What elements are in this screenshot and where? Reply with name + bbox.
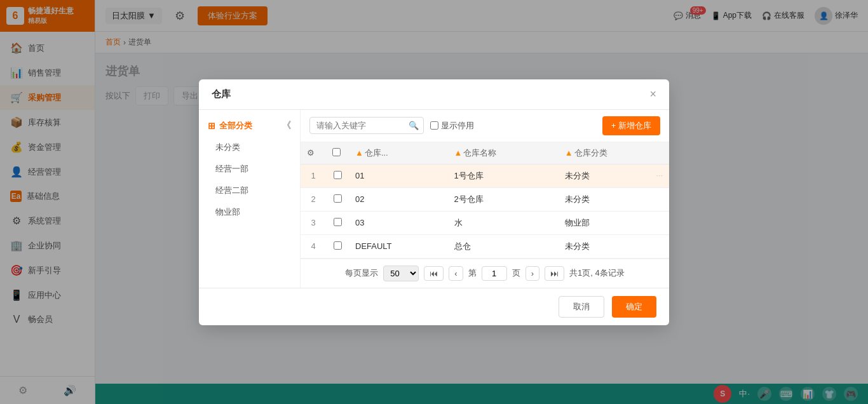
table-row[interactable]: 3 03 水 物业部	[301, 211, 669, 234]
row-code: 02	[349, 187, 448, 211]
row-code: 01	[349, 164, 448, 187]
table-area: 🔍 显示停用 + 新增仓库 ⚙	[301, 110, 669, 288]
table-toolbar: 🔍 显示停用 + 新增仓库	[301, 110, 669, 142]
row-category: 未分类···	[559, 164, 669, 187]
row-checkbox[interactable]	[334, 194, 342, 203]
row-category: 物业部	[559, 211, 669, 234]
row-num: 3	[301, 211, 326, 234]
table-row[interactable]: 1 01 1号仓库 未分类···	[301, 164, 669, 187]
row-checkbox-cell	[326, 211, 349, 234]
row-checkbox-cell	[326, 234, 349, 258]
all-categories-header[interactable]: ⊞ 全部分类 《	[199, 115, 300, 137]
row-num: 1	[301, 164, 326, 187]
row-checkbox-cell	[326, 164, 349, 187]
row-checkbox[interactable]	[334, 241, 342, 250]
row-checkbox-cell	[326, 187, 349, 211]
row-more-button[interactable]: ···	[656, 170, 663, 180]
show-disabled-label: 显示停用	[441, 120, 474, 131]
first-page-button[interactable]: ⏮	[424, 266, 444, 281]
row-name: 2号仓库	[448, 187, 559, 211]
row-category: 未分类	[559, 234, 669, 258]
th-name: ▲仓库名称	[448, 142, 559, 165]
search-input[interactable]	[309, 117, 424, 134]
warehouse-table: ⚙ ▲仓库... ▲仓库名称 ▲仓库分类 1 01 1号仓库 未分类··· 2	[301, 142, 669, 259]
modal-footer: 取消 确定	[199, 288, 669, 325]
all-categories-label: 全部分类	[219, 120, 252, 131]
modal-body: ⊞ 全部分类 《 未分类 经营一部 经营二部 物业部	[199, 110, 669, 288]
page-size-select[interactable]: 50 10 20 100	[383, 266, 419, 281]
cancel-button[interactable]: 取消	[559, 296, 604, 318]
next-page-button[interactable]: ›	[526, 266, 539, 281]
grid-icon: ⊞	[208, 121, 215, 131]
modal-header: 仓库 ×	[199, 79, 669, 110]
last-page-button[interactable]: ⏭	[545, 266, 564, 281]
search-wrap: 🔍	[309, 117, 424, 134]
row-name: 总仓	[448, 234, 559, 258]
show-disabled-wrap: 显示停用	[430, 120, 474, 131]
table-scroll: ⚙ ▲仓库... ▲仓库名称 ▲仓库分类 1 01 1号仓库 未分类··· 2	[301, 142, 669, 259]
cat-item-dept1[interactable]: 经营一部	[199, 158, 300, 180]
row-category: 未分类	[559, 187, 669, 211]
page-unit: 页	[512, 267, 520, 279]
th-code: ▲仓库...	[349, 142, 448, 165]
row-name: 水	[448, 211, 559, 234]
page-label: 第	[468, 267, 477, 279]
row-checkbox[interactable]	[334, 171, 342, 179]
modal-title: 仓库	[212, 88, 231, 100]
collapse-icon[interactable]: 《	[282, 120, 291, 131]
category-sidebar: ⊞ 全部分类 《 未分类 经营一部 经营二部 物业部	[199, 110, 301, 288]
table-row[interactable]: 2 02 2号仓库 未分类	[301, 187, 669, 211]
table-header-row: ⚙ ▲仓库... ▲仓库名称 ▲仓库分类	[301, 142, 669, 165]
row-code: DEFAULT	[349, 234, 448, 258]
th-category: ▲仓库分类	[559, 142, 669, 165]
select-all-checkbox[interactable]	[332, 148, 341, 156]
modal-close-button[interactable]: ×	[649, 88, 656, 100]
cat-item-dept2[interactable]: 经营二部	[199, 180, 300, 201]
total-info: 共1页, 4条记录	[569, 267, 625, 279]
row-name: 1号仓库	[448, 164, 559, 187]
row-checkbox[interactable]	[334, 218, 342, 226]
cat-item-property[interactable]: 物业部	[199, 201, 300, 223]
warehouse-modal: 仓库 × ⊞ 全部分类 《 未分类 经营一部 经营二部	[199, 79, 669, 325]
modal-overlay: 仓库 × ⊞ 全部分类 《 未分类 经营一部 经营二部	[0, 0, 868, 404]
confirm-button[interactable]: 确定	[612, 296, 656, 318]
page-input[interactable]	[482, 266, 507, 281]
pagination: 每页显示 50 10 20 100 ⏮ ‹ 第 页 › ⏭ 共1页, 4条记录	[301, 259, 669, 288]
row-num: 4	[301, 234, 326, 258]
page-size-label: 每页显示	[345, 267, 378, 279]
row-num: 2	[301, 187, 326, 211]
prev-page-button[interactable]: ‹	[449, 266, 463, 281]
search-icon[interactable]: 🔍	[409, 121, 419, 130]
th-checkbox	[326, 142, 349, 165]
row-code: 03	[349, 211, 448, 234]
show-disabled-checkbox[interactable]	[430, 121, 438, 130]
th-settings: ⚙	[301, 142, 326, 165]
add-warehouse-button[interactable]: + 新增仓库	[602, 116, 660, 135]
table-row[interactable]: 4 DEFAULT 总仓 未分类	[301, 234, 669, 258]
cat-item-unclassified[interactable]: 未分类	[199, 137, 300, 158]
